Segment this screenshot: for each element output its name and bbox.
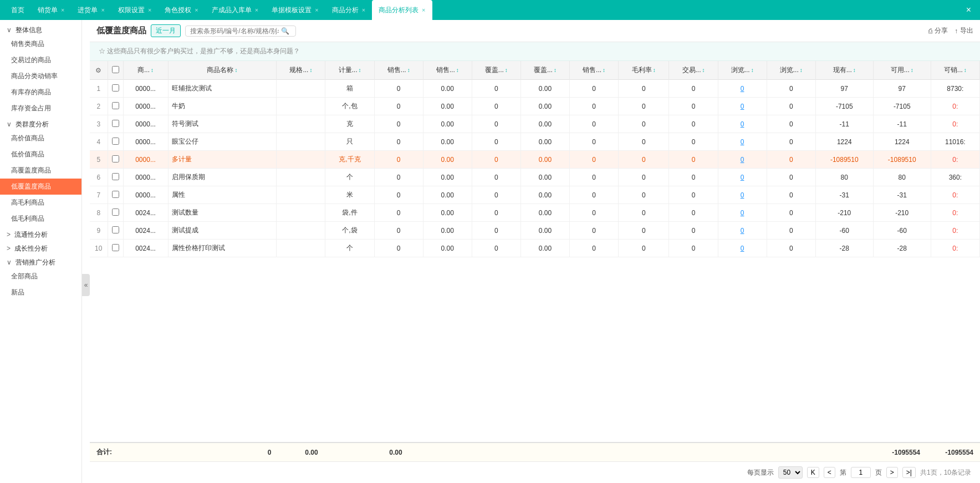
close-icon[interactable]: × [148,7,151,13]
sidebar-item-high-coverage[interactable]: 高覆盖度商品 [0,162,81,179]
row-checkbox-cell[interactable] [108,80,123,98]
sidebar-item-low-margin[interactable]: 低毛利商品 [0,211,81,227]
sales-qty-col-header[interactable]: 销售...↕ [374,61,423,80]
sidebar-item-low-value[interactable]: 低价值商品 [0,146,81,162]
close-icon[interactable]: × [362,7,365,13]
nav-template-settings[interactable]: 单据模板设置 × [265,0,325,20]
sidebar-collapse-button[interactable]: « [82,274,90,296]
sidebar-item-category-rate[interactable]: 商品分类动销率 [0,68,81,84]
current-stock-col-header[interactable]: 现有...↕ [815,61,873,80]
name-col-header[interactable]: 商品名称↕ [168,61,277,80]
row-browse1[interactable]: 0 [718,169,767,186]
row-browse1[interactable]: 0 [718,204,767,222]
browse2-col-header[interactable]: 浏览...↕ [767,61,815,80]
row-browse1[interactable]: 0 [718,133,767,151]
row-checkbox-cell[interactable] [108,204,123,222]
settings-icon[interactable]: ⚙ [95,67,101,74]
close-icon[interactable]: × [61,7,64,13]
sidebar-item-high-margin[interactable]: 高毛利商品 [0,195,81,211]
sidebar-item-sales-goods[interactable]: 销售类商品 [0,36,81,52]
close-icon[interactable]: × [195,7,198,13]
close-icon[interactable]: × [255,7,258,13]
row-code: 0024... [123,222,168,240]
row-checkbox[interactable] [112,244,119,251]
code-col-header[interactable]: 商...↕ [123,61,168,80]
sidebar-item-new-goods[interactable]: 新品 [0,284,81,301]
sidebar-item-in-stock[interactable]: 有库存的商品 [0,84,81,100]
sales-amt-col-header[interactable]: 销售...↕ [423,61,472,80]
sidebar-section-liquidity[interactable]: > 流通性分析 [0,227,81,241]
row-browse1[interactable]: 0 [718,186,767,204]
available-col-header[interactable]: 可用...↕ [873,61,931,80]
row-checkbox-cell[interactable] [108,115,123,133]
row-browse1[interactable]: 0 [718,115,767,133]
row-browse1[interactable]: 0 [718,151,767,169]
sales-cnt-col-header[interactable]: 销售...↕ [570,61,619,80]
row-browse1[interactable]: 0 [718,240,767,257]
row-checkbox[interactable] [112,84,119,91]
nav-finished-goods[interactable]: 产成品入库单 × [205,0,265,20]
nav-purchase[interactable]: 进货单 × [71,0,111,20]
nav-sales[interactable]: 销货单 × [31,0,71,20]
row-checkbox[interactable] [112,191,119,198]
last-page-button[interactable]: >| [902,467,916,478]
trans-col-header[interactable]: 交易...↕ [669,61,718,80]
first-page-button[interactable]: K [807,467,819,478]
nav-product-analysis-list[interactable]: 商品分析列表 × [372,0,432,20]
row-checkbox-cell[interactable] [108,133,123,151]
row-num: 3 [90,115,108,133]
share-button[interactable]: ⎙ 分享 [928,26,948,35]
nav-permissions[interactable]: 权限设置 × [111,0,158,20]
row-browse1[interactable]: 0 [718,80,767,98]
row-checkbox-cell[interactable] [108,186,123,204]
row-checkbox-cell[interactable] [108,222,123,240]
sidebar-item-low-coverage[interactable]: 低覆盖度商品 [0,179,81,195]
checkbox-col-header[interactable] [108,61,123,80]
close-icon[interactable]: × [101,7,104,13]
saleable-col-header[interactable]: 可销...↕ [931,61,979,80]
sidebar-section-marketing[interactable]: ∨ 营销推广分析 [0,255,81,268]
cover2-col-header[interactable]: 覆盖...↕ [520,61,569,80]
nav-product-analysis[interactable]: 商品分析 × [325,0,372,20]
window-close-button[interactable]: × [962,3,976,17]
sidebar-item-traded-goods[interactable]: 交易过的商品 [0,52,81,68]
nav-home[interactable]: 首页 [4,0,31,20]
sidebar-item-high-value[interactable]: 高价值商品 [0,130,81,146]
row-checkbox-cell[interactable] [108,98,123,115]
row-browse1[interactable]: 0 [718,222,767,240]
row-checkbox[interactable] [112,173,119,180]
browse1-col-header[interactable]: 浏览...↕ [718,61,767,80]
cover1-col-header[interactable]: 覆盖...↕ [472,61,520,80]
row-checkbox[interactable] [112,120,119,127]
unit-col-header[interactable]: 计量...↕ [325,61,374,80]
sidebar-item-all-goods[interactable]: 全部商品 [0,268,81,284]
search-icon[interactable]: 🔍 [281,27,289,35]
row-checkbox[interactable] [112,155,119,162]
current-page-input[interactable] [851,467,871,478]
prev-page-button[interactable]: < [824,467,835,478]
row-browse1[interactable]: 0 [718,98,767,115]
row-checkbox[interactable] [112,226,119,233]
row-checkbox-cell[interactable] [108,151,123,169]
sidebar-item-capital-usage[interactable]: 库存资金占用 [0,100,81,116]
row-checkbox-cell[interactable] [108,169,123,186]
spec-col-header[interactable]: 规格...↕ [277,61,325,80]
per-page-select[interactable]: 50 [778,466,803,479]
nav-roles[interactable]: 角色授权 × [158,0,205,20]
close-icon[interactable]: × [422,7,425,13]
date-filter-button[interactable]: 近一月 [151,24,181,37]
row-checkbox[interactable] [112,138,119,145]
row-checkbox[interactable] [112,209,119,216]
search-input[interactable] [190,27,279,35]
row-checkbox-cell[interactable] [108,240,123,257]
settings-col-header[interactable]: ⚙ [90,61,108,80]
sidebar-section-group[interactable]: ∨ 类群度分析 [0,116,81,130]
row-checkbox[interactable] [112,102,119,109]
gross-rate-col-header[interactable]: 毛利率↕ [619,61,669,80]
export-button[interactable]: ↑ 导出 [955,26,973,35]
select-all-checkbox[interactable] [112,66,119,73]
next-page-button[interactable]: > [886,467,898,478]
sidebar-section-overview[interactable]: ∨ 整体信息 [0,22,81,36]
sidebar-section-growth[interactable]: > 成长性分析 [0,241,81,255]
close-icon[interactable]: × [315,7,318,13]
